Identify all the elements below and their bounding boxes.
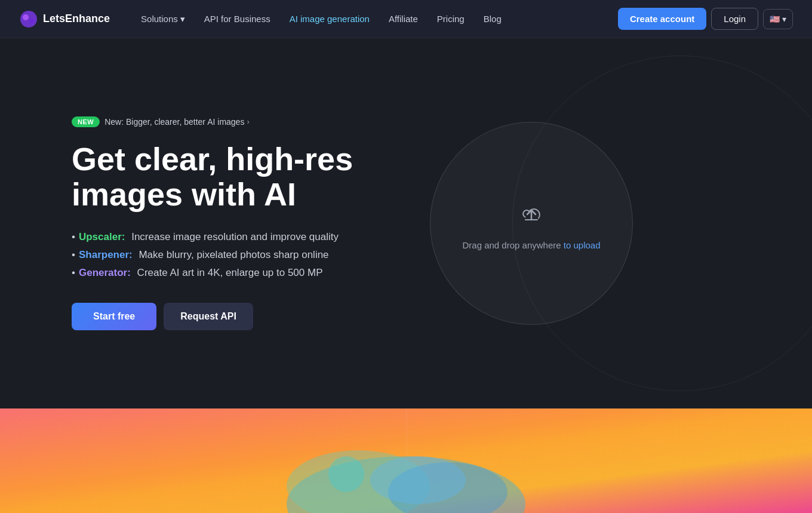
preview-image-bg xyxy=(0,408,812,513)
chevron-right-icon: › xyxy=(247,117,249,126)
svg-point-0 xyxy=(20,11,37,27)
logo-icon xyxy=(19,10,38,29)
preview-image-section xyxy=(0,408,812,513)
nav-left: LetsEnhance Solutions ▾ API for Business… xyxy=(19,9,509,29)
feature-generator: Generator: Create AI art in 4K, enlarge … xyxy=(72,267,418,279)
lang-chevron-icon: ▾ xyxy=(782,14,786,24)
nav-solutions[interactable]: Solutions ▾ xyxy=(134,9,192,29)
hero-features: Upscaler: Increase image resolution and … xyxy=(72,231,418,279)
language-selector[interactable]: 🇺🇸 ▾ xyxy=(763,9,793,29)
svg-point-2 xyxy=(29,19,34,23)
hero-left: NEW New: Bigger, clearer, better AI imag… xyxy=(72,116,418,331)
nav-api-business[interactable]: API for Business xyxy=(197,9,278,29)
nav-affiliate[interactable]: Affiliate xyxy=(382,9,425,29)
hero-section: NEW New: Bigger, clearer, better AI imag… xyxy=(0,38,812,408)
badge-row: NEW New: Bigger, clearer, better AI imag… xyxy=(72,116,418,127)
flag-icon: 🇺🇸 xyxy=(770,14,780,24)
nav-ai-image[interactable]: AI image generation xyxy=(282,9,377,29)
hero-buttons: Start free Request API xyxy=(72,303,418,330)
feature-generator-label: Generator: xyxy=(79,267,131,279)
upload-link[interactable]: to upload xyxy=(564,240,601,250)
logo[interactable]: LetsEnhance xyxy=(19,10,110,29)
nav-links: Solutions ▾ API for Business AI image ge… xyxy=(134,9,509,29)
feature-sharpener-label: Sharpener: xyxy=(79,249,133,261)
start-free-button[interactable]: Start free xyxy=(72,303,156,330)
badge-text: New: Bigger, clearer, better AI images › xyxy=(104,117,250,127)
svg-point-1 xyxy=(23,14,29,20)
svg-point-7 xyxy=(328,456,364,492)
feature-upscaler: Upscaler: Increase image resolution and … xyxy=(72,231,418,243)
nav-right: Create account Login 🇺🇸 ▾ xyxy=(618,8,793,30)
hero-title: Get clear, high-res images with AI xyxy=(72,142,418,213)
navbar: LetsEnhance Solutions ▾ API for Business… xyxy=(0,0,812,38)
logo-text: LetsEnhance xyxy=(43,13,110,25)
create-account-button[interactable]: Create account xyxy=(618,8,706,30)
new-badge: NEW xyxy=(72,116,100,127)
chevron-down-icon: ▾ xyxy=(180,14,185,24)
upload-text: Drag and drop anywhere to upload xyxy=(462,240,600,250)
upload-icon xyxy=(515,197,548,231)
nav-pricing[interactable]: Pricing xyxy=(430,9,472,29)
feature-sharpener: Sharpener: Make blurry, pixelated photos… xyxy=(72,249,418,261)
upload-cloud-icon xyxy=(515,197,548,231)
feature-generator-text: Create AI art in 4K, enlarge up to 500 M… xyxy=(134,267,323,279)
upload-dropzone[interactable]: Drag and drop anywhere to upload xyxy=(430,122,633,325)
feature-sharpener-text: Make blurry, pixelated photos sharp onli… xyxy=(136,249,329,261)
feature-upscaler-text: Increase image resolution and improve qu… xyxy=(128,231,339,243)
request-api-button[interactable]: Request API xyxy=(164,303,253,330)
nav-blog[interactable]: Blog xyxy=(476,9,509,29)
login-button[interactable]: Login xyxy=(711,8,758,30)
hero-right: Drag and drop anywhere to upload xyxy=(418,122,645,325)
feature-upscaler-label: Upscaler: xyxy=(79,231,125,243)
svg-point-8 xyxy=(370,456,466,504)
